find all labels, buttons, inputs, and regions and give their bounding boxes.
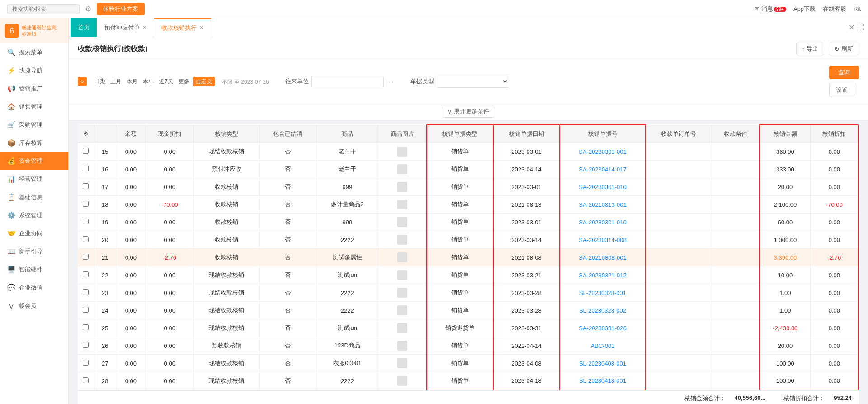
filter-date-this-month[interactable]: 本月	[125, 77, 139, 86]
filter-expand-btn[interactable]: ∨ 展开更多条件	[443, 105, 494, 118]
cell-gear[interactable]	[78, 284, 94, 302]
sidebar-item-vip[interactable]: V 畅会员	[0, 297, 68, 315]
cell-gear[interactable]	[78, 266, 94, 284]
cell-gear[interactable]	[78, 231, 94, 249]
col-goods: 商品	[316, 125, 378, 143]
filter-date-custom-btn[interactable]: 自定义	[193, 77, 215, 86]
row-checkbox[interactable]	[83, 360, 89, 366]
cell-writeoff-no[interactable]: SA-20230331-026	[560, 319, 646, 337]
online-service-link[interactable]: 在线客服	[823, 5, 846, 13]
tab-prepay-close[interactable]: ✕	[142, 24, 146, 30]
filter-toggle-btn[interactable]: »	[78, 77, 87, 86]
sidebar-item-quick-nav[interactable]: ⚡ 快捷导航	[0, 62, 68, 80]
query-btn[interactable]: 查询	[829, 66, 859, 79]
sidebar-item-corp[interactable]: 🤝 企业协同	[0, 224, 68, 242]
filter-counterparty-group: 往来单位 ···	[285, 76, 394, 87]
sidebar-item-basic[interactable]: 📋 基础信息	[0, 188, 68, 206]
tab-minimize-btn[interactable]: ✕	[849, 23, 854, 32]
search-input[interactable]	[7, 4, 80, 14]
cell-writeoff-no[interactable]: SA-20210813-001	[560, 196, 646, 214]
tab-collect-close[interactable]: ✕	[199, 25, 203, 31]
cell-gear[interactable]	[78, 249, 94, 266]
cell-writeoff-no[interactable]: SA-20230321-012	[560, 266, 646, 284]
cell-writeoff-no[interactable]: SL-20230328-002	[560, 302, 646, 319]
cell-gear[interactable]	[78, 319, 94, 337]
sidebar-item-label: 新手引导	[19, 247, 42, 256]
row-checkbox[interactable]	[83, 289, 89, 295]
row-checkbox[interactable]	[83, 271, 89, 277]
cell-writeoff-no[interactable]: SA-20230301-010	[560, 178, 646, 196]
cell-writeoff-no[interactable]: SA-20230414-017	[560, 161, 646, 178]
filter-date-last-month[interactable]: 上月	[108, 77, 123, 86]
sidebar-item-marketing[interactable]: 📢 营销推广	[0, 80, 68, 98]
filter-date-this-year[interactable]: 本年	[141, 77, 156, 86]
cell-gear[interactable]	[78, 178, 94, 196]
row-checkbox[interactable]	[83, 377, 89, 383]
cell-writeoff-no[interactable]: SA-20210808-001	[560, 249, 646, 266]
sidebar-item-wechat[interactable]: 💬 企业微信	[0, 279, 68, 297]
col-writeoff-bill-type: 核销单据类型	[427, 125, 493, 143]
inventory-icon: 📦	[7, 139, 15, 147]
cell-writeoff-no[interactable]: SA-20230314-008	[560, 231, 646, 249]
sidebar-item-sales[interactable]: 🏠 销售管理	[0, 98, 68, 116]
cell-receipt-condition	[712, 249, 760, 266]
message-icon[interactable]: ✉ 消息99+	[755, 5, 786, 13]
row-checkbox[interactable]	[83, 166, 89, 171]
sidebar-item-purchase[interactable]: 🛒 采购管理	[0, 116, 68, 134]
row-checkbox[interactable]	[83, 307, 89, 313]
cell-balance: 0.00	[116, 196, 146, 214]
row-checkbox[interactable]	[83, 183, 89, 189]
filter-counterparty-input[interactable]	[311, 76, 384, 87]
row-checkbox[interactable]	[83, 201, 89, 207]
cell-writeoff-no[interactable]: SA-20230301-001	[560, 143, 646, 161]
cell-gear[interactable]	[78, 161, 94, 178]
filter-bill-type-select[interactable]	[437, 76, 509, 88]
export-btn[interactable]: ↑ 导出	[796, 43, 825, 55]
cell-writeoff-no[interactable]: ABC-001	[560, 337, 646, 355]
tab-collect[interactable]: 收款核销执行 ✕	[154, 18, 211, 37]
cell-gear[interactable]	[78, 355, 94, 372]
cell-gear[interactable]	[78, 214, 94, 231]
gear-icon[interactable]: ⚙	[85, 5, 91, 13]
refresh-btn[interactable]: ↻ 刷新	[829, 43, 859, 55]
cell-settled: 否	[259, 284, 316, 302]
cell-writeoff-amount: 100.00	[760, 372, 810, 390]
row-checkbox[interactable]	[83, 236, 89, 242]
sidebar-item-hardware[interactable]: 🖥️ 智能硬件	[0, 261, 68, 279]
sidebar-item-finance[interactable]: 💰 资金管理	[0, 152, 68, 170]
settings-btn[interactable]: 设置	[829, 83, 854, 97]
cell-writeoff-no[interactable]: SL-20230418-001	[560, 372, 646, 390]
tab-prepay[interactable]: 预付冲应付单 ✕	[97, 18, 154, 37]
sidebar-item-inventory[interactable]: 📦 库存核算	[0, 134, 68, 152]
tab-maximize-btn[interactable]: ⛶	[857, 24, 864, 32]
cell-goods: 多计量商品2	[316, 196, 378, 214]
cell-gear[interactable]	[78, 143, 94, 161]
filter-date-7days[interactable]: 近7天	[157, 77, 175, 86]
cell-write-off-type: 现结收款核销	[193, 143, 259, 161]
sidebar-item-search[interactable]: 🔍 搜索菜单	[0, 43, 68, 62]
table-row: 24 0.00 0.00 现结收款核销 否 2222 销货单 2023-03-2…	[78, 302, 859, 319]
sidebar-item-business[interactable]: 📊 经营管理	[0, 170, 68, 188]
cell-receipt-condition	[712, 266, 760, 284]
sidebar-item-guide[interactable]: 📖 新手引导	[0, 242, 68, 261]
cell-writeoff-no[interactable]: SL-20230328-001	[560, 284, 646, 302]
main-content: 首页 预付冲应付单 ✕ 收款核销执行 ✕ ✕ ⛶	[69, 18, 868, 404]
row-checkbox[interactable]	[83, 219, 89, 224]
cell-gear[interactable]	[78, 337, 94, 355]
tab-home[interactable]: 首页	[71, 18, 97, 37]
cell-settled: 否	[259, 337, 316, 355]
cell-gear[interactable]	[78, 372, 94, 390]
cell-writeoff-no[interactable]: SL-20230408-001	[560, 355, 646, 372]
filter-date-more[interactable]: 更多	[177, 77, 191, 86]
cell-writeoff-bill-type: 销货单	[427, 355, 493, 372]
sidebar-item-system[interactable]: ⚙️ 系统管理	[0, 206, 68, 224]
cell-gear[interactable]	[78, 196, 94, 214]
app-download-link[interactable]: App下载	[793, 5, 816, 13]
industry-btn[interactable]: 休验行业方案	[97, 3, 145, 15]
cell-gear[interactable]	[78, 302, 94, 319]
cell-writeoff-no[interactable]: SA-20230301-010	[560, 214, 646, 231]
row-checkbox[interactable]	[83, 342, 89, 348]
row-checkbox[interactable]	[83, 148, 89, 154]
row-checkbox[interactable]	[83, 254, 89, 260]
row-checkbox[interactable]	[83, 324, 89, 330]
